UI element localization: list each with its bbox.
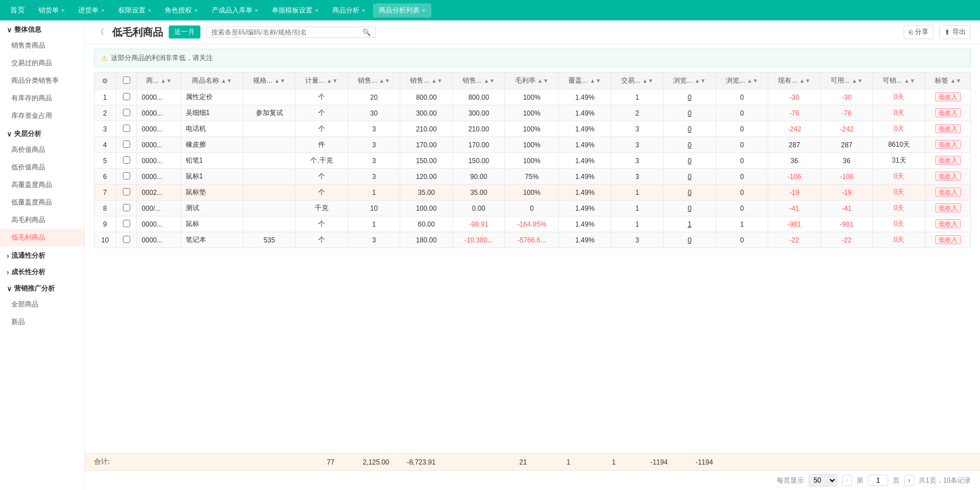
- row-select-checkbox[interactable]: [123, 156, 130, 164]
- pagination: 每页显示 50 20 100 ‹ 第 页 › 共1页，10条记录: [85, 470, 980, 490]
- row-checkbox[interactable]: [115, 105, 136, 121]
- close-icon[interactable]: ×: [61, 7, 65, 14]
- col-gross[interactable]: 毛利率 ▲▼: [505, 73, 559, 90]
- nav-item-home[interactable]: 首页: [5, 3, 31, 18]
- close-icon[interactable]: ×: [315, 7, 318, 14]
- row-select-checkbox[interactable]: [123, 220, 130, 227]
- sidebar-item-category-rate[interactable]: 商品分类销售率: [0, 72, 84, 90]
- row-checkbox[interactable]: [115, 185, 136, 201]
- export-button[interactable]: ⬆ 导出: [939, 25, 971, 39]
- sidebar-item-high-gross[interactable]: 高毛利商品: [0, 211, 84, 229]
- nav-item-roles[interactable]: 角色授权×: [159, 3, 203, 18]
- row-view1[interactable]: 0: [664, 169, 716, 185]
- sidebar-item-traded-products[interactable]: 交易过的商品: [0, 54, 84, 72]
- row-select-checkbox[interactable]: [123, 109, 130, 116]
- row-select-checkbox[interactable]: [123, 93, 130, 100]
- col-sale3[interactable]: 销售... ▲▼: [452, 73, 505, 90]
- row-trade: 3: [611, 137, 664, 153]
- col-view1[interactable]: 浏览... ▲▼: [664, 73, 716, 90]
- col-unit[interactable]: 计量... ▲▼: [296, 73, 348, 90]
- close-icon[interactable]: ×: [194, 7, 198, 14]
- nav-item-template[interactable]: 单据模板设置×: [266, 3, 324, 18]
- col-stock2[interactable]: 可用... ▲▼: [820, 73, 873, 90]
- nav-item-product-entry[interactable]: 产成品入库单×: [206, 3, 264, 18]
- sidebar-group-layered[interactable]: ∨ 夹层分析: [0, 125, 84, 141]
- row-spec: [243, 90, 296, 105]
- search-input[interactable]: [211, 28, 360, 36]
- next-page-button[interactable]: ›: [904, 475, 914, 486]
- row-select-checkbox[interactable]: [123, 204, 130, 211]
- nav-item-product-analysis-list[interactable]: 商品分析列表×: [373, 3, 431, 18]
- row-view1[interactable]: 1: [664, 216, 716, 232]
- prev-page-button[interactable]: ‹: [842, 475, 852, 486]
- row-select-checkbox[interactable]: [123, 188, 130, 195]
- row-view1[interactable]: 0: [664, 90, 716, 105]
- per-page-select[interactable]: 50 20 100: [808, 474, 837, 487]
- nav-item-product-analysis[interactable]: 商品分析×: [327, 3, 371, 18]
- row-checkbox[interactable]: [115, 137, 136, 153]
- col-sale1[interactable]: 销售... ▲▼: [348, 73, 400, 90]
- col-coverage[interactable]: 覆盖... ▲▼: [559, 73, 611, 90]
- sidebar-group-marketing[interactable]: ∨ 营销推广分析: [0, 279, 84, 296]
- row-checkbox[interactable]: [115, 201, 136, 216]
- col-view2[interactable]: 浏览... ▲▼: [716, 73, 768, 90]
- sidebar-item-sales-products[interactable]: 销售类商品: [0, 37, 84, 54]
- sidebar-item-stock-capital[interactable]: 库存资金占用: [0, 107, 84, 125]
- sidebar-item-low-coverage[interactable]: 低覆盖度商品: [0, 194, 84, 211]
- row-checkbox[interactable]: [115, 169, 136, 185]
- sidebar-item-high-value[interactable]: 高价值商品: [0, 141, 84, 159]
- row-select-checkbox[interactable]: [123, 140, 130, 148]
- col-name[interactable]: 商品名称 ▲▼: [181, 73, 243, 90]
- row-checkbox[interactable]: [115, 121, 136, 137]
- close-icon[interactable]: ×: [255, 7, 258, 14]
- close-icon[interactable]: ×: [422, 7, 425, 14]
- row-select-checkbox[interactable]: [123, 236, 130, 243]
- sidebar-item-high-coverage[interactable]: 高覆盖度商品: [0, 176, 84, 194]
- row-view1[interactable]: 0: [664, 185, 716, 201]
- row-select-checkbox[interactable]: [123, 125, 130, 132]
- nav-item-purchase[interactable]: 进货单×: [72, 3, 110, 18]
- close-icon[interactable]: ×: [148, 7, 151, 14]
- select-all-checkbox[interactable]: [123, 76, 130, 84]
- row-checkbox[interactable]: [115, 90, 136, 105]
- share-button[interactable]: ⎗ 分享: [904, 25, 934, 39]
- collapse-button[interactable]: 《: [94, 26, 106, 39]
- row-view1[interactable]: 0: [664, 121, 716, 137]
- sidebar-item-stocked-products[interactable]: 有库存的商品: [0, 90, 84, 107]
- table-row: 1 0000... 属性定价 个 20 800.00 800.00 100% 1…: [95, 90, 971, 105]
- close-icon[interactable]: ×: [101, 7, 104, 14]
- col-code[interactable]: 商... ▲▼: [137, 73, 181, 90]
- nav-item-sales[interactable]: 销货单×: [33, 3, 70, 18]
- col-settings[interactable]: ⚙: [95, 73, 116, 90]
- sidebar-item-low-value[interactable]: 低价值商品: [0, 159, 84, 176]
- col-sale2[interactable]: 销售... ▲▼: [400, 73, 453, 90]
- row-checkbox[interactable]: [115, 216, 136, 232]
- sidebar-item-new-products[interactable]: 新品: [0, 313, 84, 331]
- row-checkbox[interactable]: [115, 232, 136, 248]
- row-view1[interactable]: 0: [664, 137, 716, 153]
- nav-item-permissions[interactable]: 权限设置×: [113, 3, 157, 18]
- sidebar-item-all-products[interactable]: 全部商品: [0, 296, 84, 313]
- sidebar-group-growth[interactable]: › 成长性分析: [0, 263, 84, 279]
- row-view1[interactable]: 0: [664, 201, 716, 216]
- row-select-checkbox[interactable]: [123, 172, 130, 180]
- sidebar-item-low-gross[interactable]: 低毛利商品: [0, 229, 84, 246]
- sidebar-group-overall[interactable]: ∨ 整体信息: [0, 20, 84, 37]
- col-spec[interactable]: 规格... ▲▼: [243, 73, 296, 90]
- col-tag[interactable]: 标签 ▲▼: [925, 73, 970, 90]
- row-view1[interactable]: 0: [664, 232, 716, 248]
- date-filter-button[interactable]: 近一月: [169, 25, 200, 39]
- row-trade: 1: [611, 90, 664, 105]
- close-icon[interactable]: ×: [362, 7, 365, 14]
- search-icon[interactable]: 🔍: [362, 28, 371, 36]
- col-trade[interactable]: 交易... ▲▼: [611, 73, 664, 90]
- col-stock3[interactable]: 可销... ▲▼: [873, 73, 926, 90]
- row-view1[interactable]: 0: [664, 153, 716, 169]
- sidebar-group-circulation[interactable]: › 流通性分析: [0, 246, 84, 263]
- col-stock1[interactable]: 现有... ▲▼: [768, 73, 821, 90]
- row-view1[interactable]: 0: [664, 105, 716, 121]
- page-input[interactable]: [868, 475, 888, 486]
- col-check[interactable]: [115, 73, 136, 90]
- row-stock3: 0天: [873, 185, 926, 201]
- row-checkbox[interactable]: [115, 153, 136, 169]
